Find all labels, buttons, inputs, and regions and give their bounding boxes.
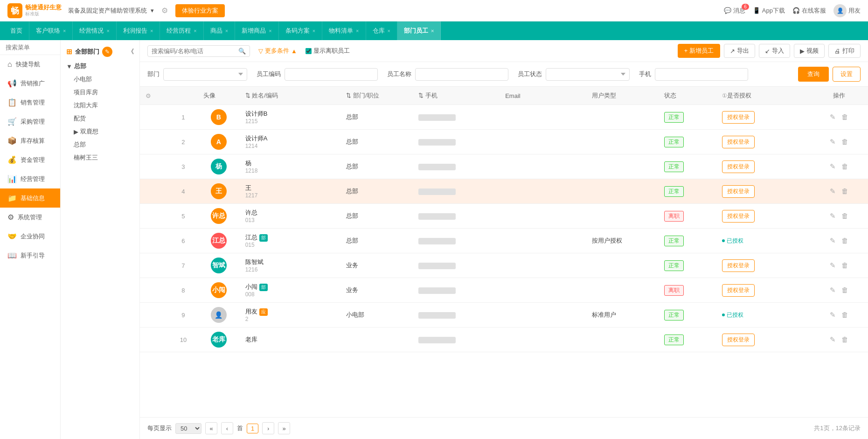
sidebar-item-quick-nav[interactable]: ⌂ 快捷导航 <box>0 55 60 74</box>
authorize-button[interactable]: 授权登录 <box>722 185 755 198</box>
tab-operation[interactable]: 经营情况 × <box>73 21 116 40</box>
tab-warehouse[interactable]: 仓库 × <box>366 21 397 40</box>
dept-select[interactable] <box>163 68 247 81</box>
online-service-button[interactable]: 🎧 在线客服 <box>792 7 826 15</box>
first-page-button[interactable]: « <box>205 422 217 434</box>
column-settings-button[interactable]: ⚙ <box>146 92 163 99</box>
export-button[interactable]: ↗ 导出 <box>724 44 755 58</box>
authorize-button[interactable]: 授权登录 <box>722 160 755 173</box>
add-employee-button[interactable]: + 新增员工 <box>678 44 720 58</box>
show-resign-checkbox[interactable] <box>306 48 312 54</box>
edit-button[interactable]: ✎ <box>828 334 838 345</box>
close-icon[interactable]: × <box>106 28 109 34</box>
delete-button[interactable]: 🗑 <box>840 137 850 146</box>
print-button[interactable]: 🖨 打印 <box>828 44 861 58</box>
edit-button[interactable]: ✎ <box>828 186 838 196</box>
close-icon[interactable]: × <box>431 28 434 34</box>
tree-node-zongbu-child[interactable]: 总部 <box>61 138 139 151</box>
edit-button[interactable]: ✎ <box>828 236 838 246</box>
tree-node-shenyang[interactable]: 沈阳大库 <box>61 99 139 112</box>
next-page-button[interactable]: › <box>262 422 274 434</box>
authorize-button[interactable]: 授权登录 <box>722 334 755 346</box>
delete-button[interactable]: 🗑 <box>840 310 850 320</box>
tab-customer[interactable]: 客户联络 × <box>29 21 73 40</box>
authorize-button[interactable]: 授权登录 <box>722 284 755 297</box>
more-filter-button[interactable]: ▽ 更多条件 ▲ <box>255 45 301 57</box>
user-avatar-button[interactable]: 👤 用友 <box>833 4 861 17</box>
authorize-button[interactable]: 授权登录 <box>722 136 755 148</box>
emp-code-input[interactable] <box>285 68 378 81</box>
sidebar-item-marketing[interactable]: 📢 营销推广 <box>0 74 60 93</box>
sidebar-item-sales[interactable]: 📋 销售管理 <box>0 93 60 112</box>
import-button[interactable]: ↙ 导入 <box>759 44 790 58</box>
edit-button[interactable]: ✎ <box>828 260 838 271</box>
delete-button[interactable]: 🗑 <box>840 112 850 122</box>
sidebar-item-finance[interactable]: 💰 资金管理 <box>0 150 60 169</box>
message-button[interactable]: 💬 消息 6 <box>724 7 745 15</box>
sidebar-item-purchase[interactable]: 🛒 采购管理 <box>0 112 60 131</box>
edit-button[interactable]: ✎ <box>828 285 838 295</box>
edit-button[interactable]: ✎ <box>828 112 838 122</box>
sort-icon[interactable]: ⇅ <box>245 92 250 99</box>
delete-button[interactable]: 🗑 <box>840 236 850 245</box>
sidebar-search-input[interactable] <box>6 44 61 51</box>
sort-icon[interactable]: ⇅ <box>418 92 424 99</box>
close-icon[interactable]: × <box>388 28 390 34</box>
emp-status-select[interactable] <box>546 68 630 81</box>
tab-goods[interactable]: 商品 × <box>204 21 235 40</box>
view-button[interactable]: ▶ 视频 <box>794 44 825 58</box>
tab-home[interactable]: 首页 <box>4 21 29 40</box>
close-icon[interactable]: × <box>150 28 153 34</box>
emp-name-input[interactable] <box>415 68 508 81</box>
tab-bom[interactable]: 物料清单 × <box>322 21 366 40</box>
tree-node-peihuo[interactable]: 配货 <box>61 112 139 125</box>
tab-dept-employee[interactable]: 部门员工 × <box>397 21 441 40</box>
tree-node-project[interactable]: 项目库房 <box>61 86 139 99</box>
sidebar-item-enterprise[interactable]: 🤝 企业协同 <box>0 227 60 246</box>
authorize-button[interactable]: 授权登录 <box>722 210 755 223</box>
delete-button[interactable]: 🗑 <box>840 260 850 270</box>
tab-add-goods[interactable]: 新增商品 × <box>235 21 278 40</box>
sidebar-item-basic[interactable]: 📁 基础信息 <box>0 188 60 208</box>
close-icon[interactable]: × <box>225 28 228 34</box>
collapse-icon[interactable]: 《 <box>128 48 134 56</box>
per-page-select[interactable]: 50 100 200 <box>175 423 201 434</box>
tree-node-xiaodibu[interactable]: 小电部 <box>61 73 139 86</box>
edit-button[interactable]: ✎ <box>828 310 838 320</box>
dropdown-arrow-icon[interactable]: ▾ <box>151 7 154 14</box>
close-icon[interactable]: × <box>63 28 66 34</box>
sidebar-item-guide[interactable]: 📖 新手引导 <box>0 246 60 265</box>
edit-button[interactable]: ✎ <box>828 137 838 147</box>
authorize-button[interactable]: 授权登录 <box>722 259 755 272</box>
tab-history[interactable]: 经营历程 × <box>160 21 203 40</box>
trial-button[interactable]: 体验行业方案 <box>175 4 225 17</box>
last-page-button[interactable]: » <box>278 422 290 434</box>
close-icon[interactable]: × <box>356 28 359 34</box>
delete-button[interactable]: 🗑 <box>840 161 850 171</box>
sidebar-item-inventory[interactable]: 📦 库存核算 <box>0 131 60 150</box>
query-button[interactable]: 查询 <box>798 67 829 82</box>
delete-button[interactable]: 🗑 <box>840 186 850 196</box>
phone-input[interactable] <box>655 68 748 81</box>
tree-edit-button[interactable]: ✎ <box>102 47 112 57</box>
settings-gear-button[interactable]: ⚙ <box>161 6 168 15</box>
delete-button[interactable]: 🗑 <box>840 334 850 344</box>
tree-node-zongbu-parent[interactable]: ▼ 总部 <box>61 60 139 73</box>
prev-page-button[interactable]: ‹ <box>221 422 233 434</box>
delete-button[interactable]: 🗑 <box>840 285 850 295</box>
tree-node-shuanglu[interactable]: ▶ 双鹿想 <box>61 125 139 138</box>
delete-button[interactable]: 🗑 <box>840 211 850 221</box>
close-icon[interactable]: × <box>269 28 271 34</box>
authorize-button[interactable]: 授权登录 <box>722 111 755 124</box>
edit-button[interactable]: ✎ <box>828 161 838 172</box>
edit-button[interactable]: ✎ <box>828 211 838 221</box>
sidebar-item-operation[interactable]: 📊 经营管理 <box>0 169 60 188</box>
app-download-button[interactable]: 📱 App下载 <box>753 7 785 15</box>
search-input[interactable] <box>152 48 236 55</box>
sort-icon[interactable]: ⇅ <box>346 92 351 99</box>
tab-profit[interactable]: 利润报告 × <box>117 21 160 40</box>
close-icon[interactable]: × <box>312 28 315 34</box>
sidebar-item-system[interactable]: ⚙ 系统管理 <box>0 208 60 227</box>
close-icon[interactable]: × <box>194 28 196 34</box>
set-button[interactable]: 设置 <box>833 67 861 82</box>
